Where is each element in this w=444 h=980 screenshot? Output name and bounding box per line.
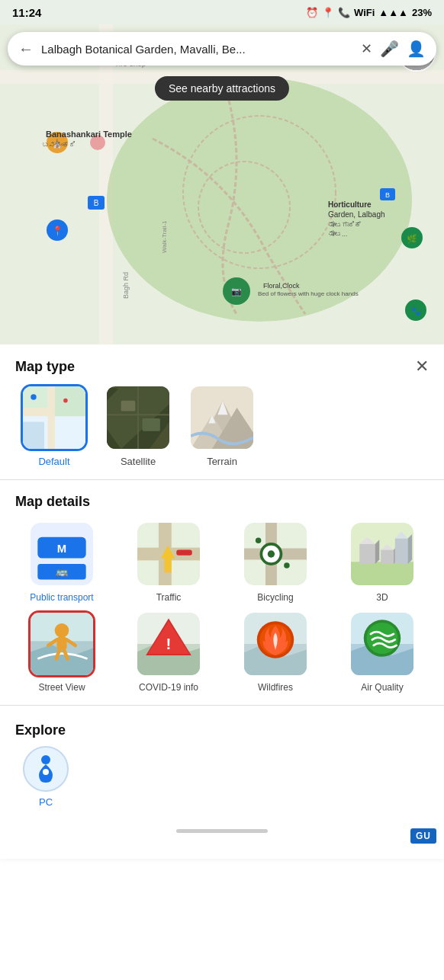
search-bar[interactable]: ← Lalbagh Botanical Garden, Mavalli, Be.… [8,32,436,66]
map-detail-bicycling-thumb [242,520,309,588]
nearby-attractions-button[interactable]: See nearby attractions [155,76,289,101]
map-type-row: Default Satellite [0,384,444,479]
svg-text:Walk-Trail-1: Walk-Trail-1 [161,220,168,253]
svg-point-43 [63,399,68,403]
svg-text:🌿: 🌿 [407,233,417,244]
svg-point-3 [107,78,412,322]
map-detail-air-quality[interactable]: Air Quality [333,610,432,693]
map-detail-covid-thumb: ! [135,610,202,677]
status-icons: ⏰ 📍 📞 WiFi ▲▲▲ 23% [306,7,432,18]
map-detail-bicycling-label: Bicycling [257,592,293,603]
svg-rect-48 [121,401,136,412]
svg-marker-41 [55,386,85,416]
map-detail-3d-label: 3D [376,592,388,603]
explore-section: Explore PC [0,706,444,823]
svg-rect-75 [359,544,375,564]
svg-marker-83 [408,534,413,564]
map-detail-traffic-thumb [135,520,202,588]
svg-text:Banashankari Temple: Banashankari Temple [46,130,132,139]
map-detail-street-view-label: Street View [38,682,85,693]
svg-point-106 [43,769,49,775]
map-detail-air-quality-thumb [349,610,416,677]
svg-text:Bagh Rd: Bagh Rd [122,272,130,299]
map-detail-public-transport[interactable]: M 🚌 Public transport [12,520,111,603]
map-type-default[interactable]: Default [12,384,96,467]
call-icon: 📞 [338,7,350,18]
explore-pc-label: PC [39,796,53,808]
explore-pc-icon [23,746,69,792]
svg-point-70 [268,550,275,557]
svg-text:Bed of flowers with huge clock: Bed of flowers with huge clock hands [258,290,359,297]
svg-point-105 [41,755,50,764]
svg-text:ಬನಶಂಕರಿ: ಬನಶಂಕರಿ [42,141,76,149]
home-indicator [0,823,444,836]
map-detail-wildfires-label: Wildfires [258,682,293,693]
close-button[interactable]: ✕ [415,358,429,375]
svg-rect-38 [48,386,55,449]
map-detail-wildfires-thumb [242,610,309,677]
signal-icon: ▲▲▲ [378,7,408,18]
map-detail-air-quality-label: Air Quality [361,682,403,693]
svg-text:!: ! [166,635,172,652]
svg-text:ತೋಟಗಾರಿಕೆ: ತೋಟಗಾರಿಕೆ [328,221,362,229]
search-text: Lalbagh Botanical Garden, Mavalli, Be... [41,43,353,56]
map-detail-street-view[interactable]: Street View [12,610,111,693]
map-detail-traffic[interactable]: Traffic [119,520,218,603]
map-type-satellite[interactable]: Satellite [96,384,180,467]
map-detail-public-transport-label: Public transport [30,592,93,603]
svg-point-42 [31,394,36,399]
explore-item-pc[interactable]: PC [15,746,76,808]
svg-text:M: M [57,543,66,555]
svg-text:B: B [385,191,390,199]
status-time: 11:24 [12,6,41,19]
bottom-sheet: Map type ✕ Default [0,344,444,859]
svg-text:📍: 📍 [52,225,63,236]
home-bar [176,829,268,833]
clear-search-button[interactable]: ✕ [361,40,372,57]
user-avatar-small: 👤 [407,40,426,58]
svg-rect-65 [176,549,192,555]
svg-rect-74 [351,562,413,585]
map-type-satellite-thumb [105,384,172,451]
svg-point-71 [256,538,261,543]
svg-text:ತೋಟ...: ತೋಟ... [328,230,348,238]
svg-rect-49 [143,418,160,431]
alarm-icon: ⏰ [306,7,318,18]
location-icon: 📍 [322,7,334,18]
battery: 23% [412,7,432,18]
svg-rect-81 [395,539,408,565]
map-detail-public-transport-thumb: M 🚌 [28,520,95,588]
map-type-title: Map type [15,359,75,375]
svg-text:🚌: 🚌 [56,565,69,578]
svg-text:Horticulture: Horticulture [328,200,372,209]
map-detail-street-view-thumb [28,610,95,677]
svg-text:B: B [94,199,99,207]
map-type-header: Map type ✕ [0,344,444,384]
svg-point-72 [284,562,289,568]
svg-text:Floral,Clock: Floral,Clock [263,282,300,290]
svg-point-86 [55,623,69,638]
map-detail-3d[interactable]: 3D [333,520,432,603]
svg-text:Garden, Lalbagh: Garden, Lalbagh [328,210,385,219]
map-type-default-thumb [21,384,88,451]
map-type-terrain-thumb [188,384,256,451]
map-detail-wildfires[interactable]: Wildfires [226,610,325,693]
map-detail-covid-label: COVID-19 info [139,682,198,693]
map-type-terrain[interactable]: Terrain [180,384,264,467]
mic-button[interactable]: 🎤 [380,40,399,58]
svg-rect-78 [381,549,394,564]
map-detail-3d-thumb [349,520,416,588]
explore-header: Explore [15,712,429,746]
explore-items: PC [15,746,429,808]
map-detail-covid[interactable]: ! COVID-19 info [119,610,218,693]
wifi-icon: WiFi [354,7,375,18]
back-button[interactable]: ← [18,40,34,58]
svg-text:📷: 📷 [231,286,242,296]
map-background: 📍 B 🌿 ⛪ Banashankari Temple ಬನಶಂಕರಿ Tire… [0,24,444,344]
map-details-title: Map details [15,494,90,510]
status-bar: 11:24 ⏰ 📍 📞 WiFi ▲▲▲ 23% [0,0,444,24]
svg-rect-39 [23,422,44,449]
svg-text:🐾: 🐾 [410,306,421,316]
map-type-default-label: Default [38,456,69,467]
map-detail-bicycling[interactable]: Bicycling [226,520,325,603]
